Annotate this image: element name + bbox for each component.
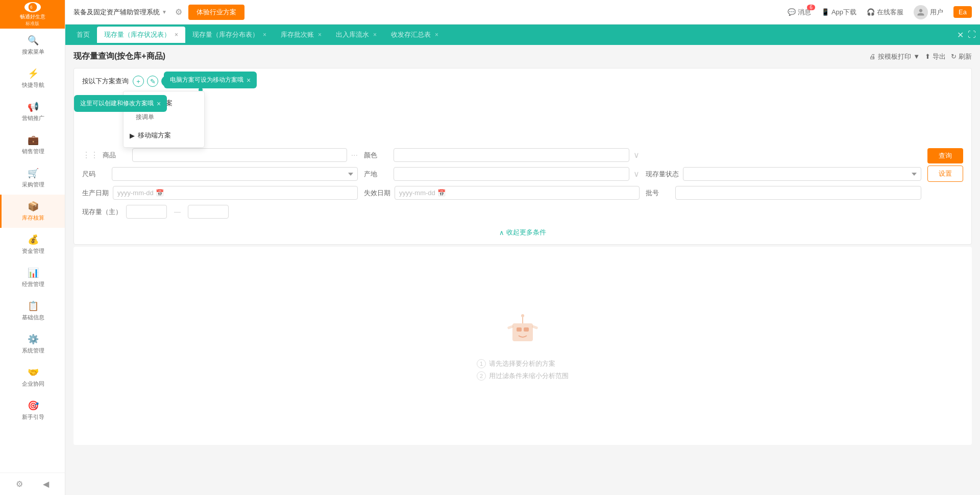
print-label: 按模板打印: [878, 52, 911, 61]
size-select[interactable]: [112, 167, 358, 181]
field-color-wrapper: 颜色 ∨: [364, 148, 640, 162]
purchase-icon: 🛒: [28, 168, 39, 179]
sidebar-item-operations[interactable]: 📊 经营管理: [0, 261, 65, 294]
tab-fullscreen-button[interactable]: ⛶: [968, 30, 976, 39]
stock-main-to-input[interactable]: [188, 205, 229, 219]
operations-icon: 📊: [28, 267, 39, 278]
sidebar-item-sales[interactable]: 💼 销售管理: [0, 128, 65, 161]
stock-main-label: 现存量（主）: [82, 207, 122, 217]
tab-flow[interactable]: 出入库流水 ×: [329, 27, 384, 43]
collapse-icon: ▶: [130, 132, 135, 139]
sku-more-icon[interactable]: ···: [351, 151, 358, 160]
color-caret[interactable]: ∨: [633, 150, 640, 160]
sidebar-item-marketing[interactable]: 📢 营销推广: [0, 95, 65, 128]
tab-inventory-status[interactable]: 现存量（库存状况表） ×: [97, 27, 185, 43]
system-selector[interactable]: 装备及固定资产辅助管理系统 ▼: [74, 8, 167, 17]
mobile-scheme-header[interactable]: ▶ 移动端方案: [124, 129, 204, 142]
sidebar-item-system[interactable]: ⚙️ 系统管理: [0, 327, 65, 361]
tab-close-all-button[interactable]: ✕: [957, 30, 964, 40]
sidebar-item-label: 库存核算: [22, 214, 44, 222]
message-item[interactable]: 💬 消息 6: [788, 8, 811, 17]
svg-text:6: 6: [30, 5, 33, 10]
sku-drag-handle[interactable]: ⋮⋮: [82, 150, 99, 160]
tab-inventory-distribution[interactable]: 现存量（库存分布表） ×: [185, 27, 274, 43]
calendar-icon-2: 📅: [437, 189, 446, 197]
tab-label: 出入库流水: [336, 30, 369, 39]
user-item[interactable]: 用户: [914, 5, 943, 19]
solution-button[interactable]: 体验行业方案: [188, 5, 244, 20]
page-title: 现存量查询(按仓库+商品): [74, 51, 165, 62]
app-download-item[interactable]: 📱 App下载: [821, 8, 856, 17]
tooltip-close-2[interactable]: ×: [157, 100, 161, 108]
main-content: 装备及固定资产辅助管理系统 ▼ ⚙ 体验行业方案 💬 消息 6 📱 App下载 …: [65, 0, 980, 495]
tooltip-text-1: 电脑方案可设为移动方案哦: [170, 76, 243, 84]
tip-text-2: 用过滤条件来缩小分析范围: [489, 371, 569, 381]
refresh-button[interactable]: ↻ 刷新: [951, 52, 972, 61]
sidebar-item-nav[interactable]: ⚡ 快捷导航: [0, 62, 65, 95]
origin-caret[interactable]: ∨: [633, 169, 640, 179]
tab-home[interactable]: 首页: [69, 27, 97, 43]
sidebar-item-basic-info[interactable]: 📋 基础信息: [0, 294, 65, 327]
settings-icon[interactable]: ⚙: [175, 7, 182, 17]
sidebar-item-finance[interactable]: 💰 资金管理: [0, 228, 65, 261]
filter-grid: ⋮⋮ 商品 ··· 颜色 ∨: [82, 148, 921, 224]
prod-date-label: 生产日期: [82, 188, 109, 198]
tab-close-icon[interactable]: ×: [175, 31, 178, 38]
field-batch-wrapper: 批号: [646, 186, 921, 200]
logo-icon: 6: [24, 2, 41, 12]
empty-state: 1 请先选择要分析的方案 2 用过滤条件来缩小分析范围: [74, 277, 972, 414]
tip-1: 1 请先选择要分析的方案: [477, 359, 569, 368]
tab-close-icon[interactable]: ×: [263, 31, 266, 38]
reset-button[interactable]: 设置: [927, 166, 963, 182]
origin-label: 产地: [364, 170, 389, 179]
collapse-up-icon: ∧: [499, 229, 504, 237]
expiry-date-placeholder: yyyy-mm-dd: [399, 189, 435, 197]
basic-info-icon: 📋: [28, 300, 39, 312]
svg-rect-3: [517, 327, 522, 332]
sidebar-item-enterprise[interactable]: 🤝 企业协同: [0, 361, 65, 394]
message-icon: 💬: [788, 8, 796, 16]
sku-input[interactable]: [132, 148, 347, 162]
online-support-item[interactable]: 🎧 在线客服: [867, 8, 903, 17]
system-name: 装备及固定资产辅助管理系统: [74, 8, 160, 17]
sales-icon: 💼: [28, 134, 39, 146]
origin-input[interactable]: [394, 167, 629, 181]
search-button[interactable]: 查询: [927, 148, 963, 163]
tab-close-icon[interactable]: ×: [435, 31, 438, 38]
prod-date-input[interactable]: yyyy-mm-dd 📅: [113, 186, 358, 200]
tab-batch-account[interactable]: 库存批次账 ×: [274, 27, 329, 43]
tab-label: 库存批次账: [281, 30, 314, 39]
sidebar-item-label: 销售管理: [22, 148, 44, 155]
sidebar-settings-button[interactable]: ⚙: [16, 479, 23, 489]
export-label: 导出: [933, 52, 946, 61]
tab-close-icon[interactable]: ×: [318, 31, 322, 38]
stock-main-from-input[interactable]: [126, 205, 167, 219]
finance-icon: 💰: [28, 234, 39, 245]
field-sku-wrapper: ⋮⋮ 商品 ···: [82, 148, 358, 162]
sidebar-item-inventory[interactable]: 📦 库存核算: [0, 195, 65, 228]
svg-rect-4: [524, 327, 529, 332]
filter-label: 按以下方案查询: [82, 77, 129, 86]
stock-status-select[interactable]: [683, 167, 921, 181]
sidebar-item-purchase[interactable]: 🛒 采购管理: [0, 161, 65, 195]
stock-status-label: 现存量状态: [646, 170, 679, 179]
page-content: 现存量查询(按仓库+商品) 🖨 按模板打印 ▼ ⬆ 导出 ↻ 刷新: [65, 45, 980, 495]
print-icon: 🖨: [869, 53, 876, 60]
header-right: 💬 消息 6 📱 App下载 🎧 在线客服 用户 Ea: [788, 5, 972, 19]
tooltip-close-1[interactable]: ×: [247, 76, 251, 84]
color-input[interactable]: [394, 148, 629, 162]
collapse-button[interactable]: ∧ 收起更多条件: [82, 228, 963, 237]
print-button[interactable]: 🖨 按模板打印 ▼: [869, 52, 920, 61]
sidebar-item-guide[interactable]: 🎯 新手引导: [0, 394, 65, 427]
scheme-item-pc[interactable]: 接调单: [124, 110, 204, 125]
tab-close-icon[interactable]: ×: [373, 31, 377, 38]
expiry-date-input[interactable]: yyyy-mm-dd 📅: [395, 186, 640, 200]
add-scheme-button[interactable]: +: [133, 76, 144, 87]
batch-input[interactable]: [675, 186, 921, 200]
filter-collapse: ∧ 收起更多条件: [82, 224, 963, 237]
sidebar-collapse-button[interactable]: ◀: [43, 479, 49, 489]
export-button[interactable]: ⬆ 导出: [925, 52, 946, 61]
sidebar-item-search[interactable]: 🔍 搜索菜单: [0, 29, 65, 62]
edit-scheme-button[interactable]: ✎: [147, 76, 158, 87]
tab-summary[interactable]: 收发存汇总表 ×: [384, 27, 446, 43]
